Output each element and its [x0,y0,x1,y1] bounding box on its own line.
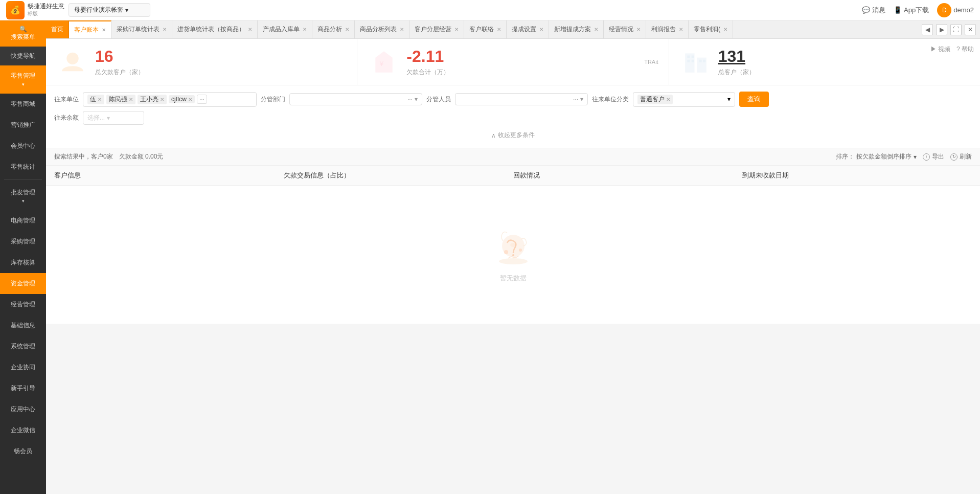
tab-product-inbound-close[interactable]: ✕ [303,27,307,32]
tab-ops-status[interactable]: 经营情况 ✕ [604,20,646,39]
filter-person-dropdown[interactable]: ▾ [580,96,583,103]
tab-profit-report[interactable]: 利润报告 ✕ [646,20,689,39]
filter-dept-dropdown[interactable]: ▾ [415,96,418,103]
tab-goods-analysis-list[interactable]: 商品分析列表 ✕ [355,20,409,39]
tab-new-proposal[interactable]: 新增提成方案 ✕ [549,20,604,39]
export-btn[interactable]: ↑ 导出 [923,152,944,161]
filter-tag-chen-close[interactable]: ✕ [129,97,133,102]
filter-tag-cjttcw[interactable]: cjttcw ✕ [169,95,195,103]
sidebar: 🔍 搜索菜单 快捷导航 零售管理 ▾ 零售商城 营销推广 会员中心 零售统计 批… [0,20,46,494]
video-link[interactable]: ▶ 视频 [930,45,950,54]
sidebar-item-finance[interactable]: 资金管理 [0,273,46,294]
tab-home[interactable]: 首页 [46,20,69,39]
tab-profit-report-close[interactable]: ✕ [679,27,683,32]
tab-retail-profit-close[interactable]: ✕ [723,27,727,32]
tab-goods-analysis-label: 商品分析 [317,25,342,34]
tab-retail-profit[interactable]: 零售利润( ✕ [689,20,733,39]
svg-point-15 [510,243,516,247]
tab-new-proposal-close[interactable]: ✕ [594,27,598,32]
tab-customer-tier[interactable]: 客户分层经营 ✕ [409,20,464,39]
svg-rect-9 [703,60,705,62]
filter-tag-wu[interactable]: 伍 ✕ [87,95,104,104]
tab-inbound-stats[interactable]: 进货单统计表（按商品） ✕ [172,20,258,39]
tab-scroll-right[interactable]: ▶ [936,24,947,35]
app-icon: 📱 [894,6,902,14]
user-area[interactable]: D demo2 [937,3,974,17]
tab-new-proposal-label: 新增提成方案 [554,25,591,34]
filter-tag-cjttcw-close[interactable]: ✕ [188,97,192,102]
sidebar-item-new-guide[interactable]: 新手引导 [0,378,46,399]
query-button[interactable]: 查询 [739,92,769,107]
sidebar-item-ecommerce[interactable]: 电商管理 [0,210,46,231]
filter-dept-select[interactable]: ··· ▾ [289,93,422,105]
balance-dropdown[interactable]: ▾ [107,115,110,122]
tab-reminder-settings-close[interactable]: ✕ [539,27,543,32]
sidebar-retail-mgmt-label: 零售管理 [0,72,46,80]
unit-type-tag-close[interactable]: ✕ [666,97,670,102]
result-bar-right: 排序： 按欠款金额倒序排序 ▾ ↑ 导出 ↻ 刷新 [836,152,972,161]
message-btn[interactable]: 💬 消息 [862,6,885,15]
sidebar-item-basic-info[interactable]: 基础信息 [0,315,46,336]
tab-product-inbound[interactable]: 产成品入库单 ✕ [258,20,312,39]
tab-goods-analysis-close[interactable]: ✕ [345,27,349,32]
filter-balance-input[interactable]: 选择... ▾ [83,111,144,125]
sidebar-item-inventory[interactable]: 库存核算 [0,252,46,273]
sidebar-item-enterprise[interactable]: 企业协同 [0,357,46,378]
tab-reminder-settings[interactable]: 提成设置 ✕ [507,20,549,39]
sidebar-item-ops-mgmt[interactable]: 经营管理 [0,294,46,315]
unit-type-tag[interactable]: 普通客户 ✕ [637,95,673,104]
filter-tag-chen[interactable]: 陈民强 ✕ [106,95,135,104]
tab-customer-contact[interactable]: 客户联络 ✕ [464,20,507,39]
export-icon: ↑ [923,153,930,161]
sidebar-item-app-center[interactable]: 应用中心 [0,399,46,420]
filter-tag-wang-close[interactable]: ✕ [160,97,164,102]
stat-trait: TRAit [644,59,658,65]
filter-person-ellipsis[interactable]: ··· [573,96,578,103]
tab-purchase-stats-close[interactable]: ✕ [163,27,167,32]
sidebar-item-members2[interactable]: 畅会员 [0,441,46,462]
sidebar-item-purchase[interactable]: 采购管理 [0,231,46,252]
app-download-btn[interactable]: 📱 App下载 [894,6,929,15]
tab-purchase-stats[interactable]: 采购订单统计表 ✕ [111,20,172,39]
tab-goods-analysis[interactable]: 商品分析 ✕ [312,20,355,39]
result-bar: 搜索结果中，客户0家 欠款金额 0.00元 排序： 按欠款金额倒序排序 ▾ ↑ … [46,148,980,166]
sidebar-item-sys-mgmt[interactable]: 系统管理 [0,336,46,357]
collapse-up-icon: ∧ [491,132,496,139]
sidebar-item-enterprise-wechat[interactable]: 企业微信 [0,420,46,441]
tab-customer-account-close[interactable]: ✕ [102,27,106,33]
filter-unit-tags[interactable]: 伍 ✕ 陈民强 ✕ 王小亮 ✕ cjttcw ✕ [83,92,257,107]
tab-product-inbound-label: 产成品入库单 [263,25,300,34]
sidebar-item-retail-mgmt[interactable]: 零售管理 ▾ [0,65,46,94]
collapse-button[interactable]: ∧ 收起更多条件 [54,129,972,142]
sidebar-item-marketing[interactable]: 营销推广 [0,115,46,136]
sidebar-item-retail-mall[interactable]: 零售商城 [0,94,46,115]
tab-close-all[interactable]: ✕ [965,24,976,35]
search-icon: 🔍 [19,26,27,33]
store-selector[interactable]: 母婴行业演示帐套 ▾ [69,3,150,17]
tab-goods-analysis-list-close[interactable]: ✕ [400,27,404,32]
tab-ops-status-close[interactable]: ✕ [636,27,641,32]
sidebar-search[interactable]: 🔍 搜索菜单 [0,20,46,47]
sort-select[interactable]: 排序： 按欠款金额倒序排序 ▾ [836,152,917,161]
filter-person-select[interactable]: ··· ▾ [455,93,588,105]
unit-type-dropdown[interactable]: ▾ [727,96,731,103]
filter-tag-wang[interactable]: 王小亮 ✕ [138,95,167,104]
help-link[interactable]: ? 帮助 [956,45,974,54]
tab-maximize[interactable]: ⛶ [950,24,962,35]
filter-person-label: 分管人员 [426,95,451,104]
tab-inbound-stats-close[interactable]: ✕ [248,27,252,32]
sidebar-quick-nav[interactable]: 快捷导航 [0,47,46,65]
filter-dept-ellipsis[interactable]: ··· [407,96,413,103]
sidebar-item-wholesale[interactable]: 批发管理 ▾ [0,182,46,210]
tab-customer-account[interactable]: 客户账本 ✕ [69,20,111,39]
tab-scroll-left[interactable]: ◀ [922,24,933,35]
export-label: 导出 [932,152,944,161]
refresh-btn[interactable]: ↻ 刷新 [950,152,972,161]
tab-customer-contact-close[interactable]: ✕ [497,27,501,32]
tab-customer-tier-close[interactable]: ✕ [454,27,459,32]
sidebar-item-retail-stats[interactable]: 零售统计 [0,156,46,177]
sidebar-item-members[interactable]: 会员中心 [0,136,46,156]
filter-more-btn[interactable]: ··· [197,95,207,104]
filter-tag-wu-close[interactable]: ✕ [98,97,102,102]
filter-unit-type-select[interactable]: 普通客户 ✕ ▾ [633,92,735,107]
